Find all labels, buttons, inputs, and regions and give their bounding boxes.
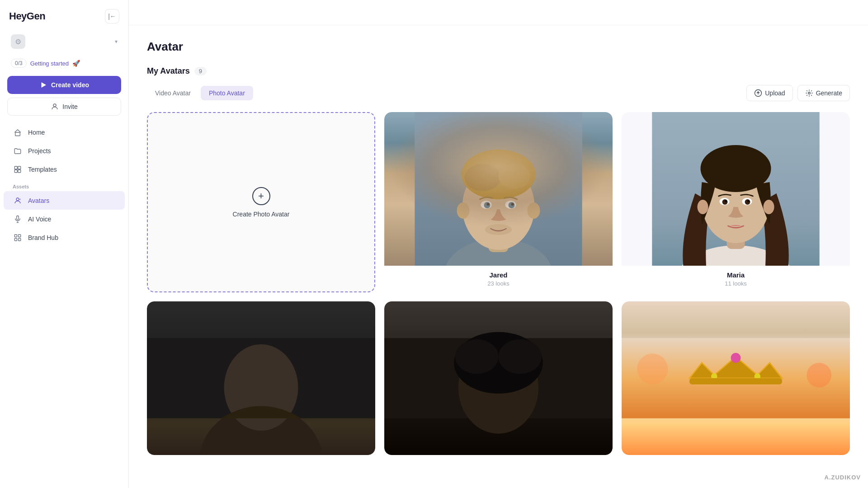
sidebar-item-home[interactable]: Home	[4, 123, 125, 141]
sidebar-item-templates[interactable]: Templates	[4, 160, 125, 178]
svg-point-31	[511, 203, 514, 206]
getting-started-row[interactable]: 0/3 Getting started 🚀	[4, 56, 125, 70]
svg-point-24	[465, 164, 501, 191]
sidebar-item-ai-voice[interactable]: AI Voice	[4, 210, 125, 228]
sidebar-item-brand-hub[interactable]: Brand Hub	[4, 228, 125, 247]
svg-point-55	[455, 339, 499, 374]
jared-photo-svg	[384, 112, 613, 266]
sidebar-item-templates-label: Templates	[28, 166, 57, 173]
sidebar-item-brand-hub-label: Brand Hub	[28, 234, 58, 241]
avatar-card-inner-6	[622, 301, 850, 455]
invite-button[interactable]: Invite	[7, 98, 121, 116]
jared-name: Jared	[392, 271, 605, 279]
svg-rect-6	[18, 170, 21, 173]
avatar-card-inner-5	[384, 301, 613, 455]
folder-icon	[13, 146, 23, 155]
avatar-photo-5	[384, 301, 613, 455]
create-video-label: Create video	[51, 81, 89, 89]
svg-point-8	[19, 198, 21, 200]
svg-point-62	[637, 353, 668, 384]
maria-info: Maria 11 looks	[622, 266, 850, 292]
svg-point-32	[485, 224, 512, 235]
top-bar	[129, 0, 868, 25]
svg-rect-14	[14, 239, 17, 241]
avatar-card-inner-jared: Jared 23 looks	[384, 112, 613, 292]
page-title: Avatar	[147, 40, 850, 54]
avatar-photo-4	[147, 301, 375, 455]
jared-info: Jared 23 looks	[384, 266, 613, 292]
generate-button[interactable]: Generate	[797, 85, 850, 101]
sidebar-item-home-label: Home	[28, 129, 45, 136]
chevron-down-icon: ▾	[115, 38, 118, 45]
svg-rect-9	[17, 216, 19, 220]
section-title: My Avatars	[147, 66, 190, 76]
tab-video-avatar[interactable]: Video Avatar	[147, 86, 199, 100]
progress-badge: 0/3	[11, 59, 27, 68]
svg-rect-12	[14, 235, 17, 237]
collapse-icon: |←	[108, 13, 116, 20]
ai-voice-icon	[13, 214, 23, 224]
svg-point-56	[499, 339, 542, 374]
avatar-card-inner-4	[147, 301, 375, 455]
svg-point-26	[481, 201, 492, 209]
avatar6-svg	[622, 301, 850, 455]
avatars-icon	[13, 196, 23, 205]
svg-point-28	[484, 202, 491, 208]
svg-point-23	[462, 150, 536, 199]
svg-rect-4	[18, 167, 21, 169]
create-photo-avatar-label: Create Photo Avatar	[233, 211, 290, 218]
collapse-button[interactable]: |←	[105, 9, 119, 23]
avatar-grid: + Create Photo Avatar	[147, 112, 850, 455]
svg-point-43	[722, 199, 728, 205]
create-photo-avatar-card[interactable]: + Create Photo Avatar	[147, 112, 375, 292]
svg-point-27	[505, 201, 516, 209]
invite-label: Invite	[62, 103, 77, 110]
avatar-card-6[interactable]	[622, 301, 850, 455]
create-video-button[interactable]: Create video	[7, 76, 121, 94]
svg-point-47	[698, 200, 708, 214]
svg-rect-3	[14, 167, 17, 169]
avatar-photo-jared	[384, 112, 613, 266]
sidebar: HeyGen |← ⚙ ▾ 0/3 Getting started 🚀 Crea…	[0, 0, 129, 488]
avatar4-svg	[147, 301, 375, 455]
svg-marker-0	[41, 82, 46, 88]
svg-rect-5	[14, 170, 17, 173]
workspace-row[interactable]: ⚙ ▾	[4, 31, 125, 52]
sidebar-item-avatars[interactable]: Avatars	[4, 191, 125, 210]
avatar-count-badge: 9	[194, 67, 207, 75]
avatar-card-5[interactable]	[384, 301, 613, 455]
avatar-card-jared[interactable]: Jared 23 looks	[384, 112, 613, 292]
tab-photo-avatar[interactable]: Photo Avatar	[201, 86, 253, 100]
getting-started-label: Getting started	[30, 60, 69, 67]
svg-point-17	[808, 92, 810, 94]
rocket-icon: 🚀	[72, 60, 80, 67]
svg-rect-15	[19, 239, 21, 241]
main-content: Avatar My Avatars 9 Video Avatar Photo A…	[129, 0, 868, 488]
svg-point-46	[747, 200, 750, 202]
avatar-card-inner-maria: Maria 11 looks	[622, 112, 850, 292]
brand-hub-icon	[13, 233, 23, 242]
avatar-card-4[interactable]	[147, 301, 375, 455]
sidebar-item-ai-voice-label: AI Voice	[28, 216, 51, 223]
section-header: My Avatars 9	[147, 66, 850, 76]
svg-point-30	[487, 203, 490, 206]
svg-point-44	[745, 199, 750, 205]
upload-button[interactable]: Upload	[746, 85, 793, 101]
svg-point-58	[731, 353, 741, 363]
sidebar-item-projects[interactable]: Projects	[4, 141, 125, 160]
svg-point-22	[462, 164, 535, 250]
workspace-avatar: ⚙	[11, 34, 25, 49]
avatar-card-maria[interactable]: Maria 11 looks	[622, 112, 850, 292]
maria-name: Maria	[629, 271, 843, 279]
sidebar-item-avatars-label: Avatars	[28, 197, 49, 204]
svg-point-20	[444, 239, 553, 266]
tabs-and-actions: Video Avatar Photo Avatar Upload Generat…	[147, 85, 850, 101]
user-icon	[51, 103, 59, 111]
svg-rect-21	[489, 225, 509, 252]
generate-icon	[805, 89, 813, 97]
svg-point-48	[764, 200, 774, 214]
avatar5-svg	[384, 301, 613, 455]
gear-icon: ⚙	[15, 38, 21, 46]
home-icon	[13, 127, 23, 137]
svg-rect-19	[415, 112, 582, 266]
